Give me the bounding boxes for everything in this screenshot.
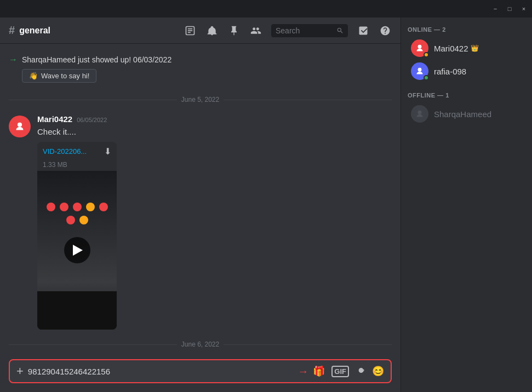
pin-icon[interactable] <box>227 24 241 37</box>
hash-icon: # <box>9 24 15 37</box>
channel-header: # general <box>0 18 401 44</box>
video-attachment[interactable]: VID-202206... ⬇ 1.33 MB <box>37 142 117 330</box>
system-message-user: SharqaHameed <box>22 55 76 64</box>
message-group: Mari0422 06/05/2022 Check it.... VID-202… <box>0 112 401 332</box>
member-avatar-sharqahameed <box>411 105 428 123</box>
crown-icon: 👑 <box>471 44 479 52</box>
input-box: + → 🎁 GIF 😊 <box>9 359 392 383</box>
gift-icon[interactable]: 🎁 <box>313 365 325 377</box>
threads-icon[interactable] <box>184 24 197 37</box>
minimize-button[interactable]: − <box>491 5 499 13</box>
system-message-text: SharqaHameed just showed up! 06/03/2022 <box>22 55 171 64</box>
sticker-icon[interactable] <box>356 365 365 378</box>
svg-point-13 <box>418 111 422 114</box>
red-arrow-icon: → <box>298 365 308 378</box>
avatar <box>9 116 31 137</box>
member-item-rafia098[interactable]: rafia-098 <box>408 60 525 82</box>
app-body: # general <box>0 18 532 392</box>
video-content <box>37 171 117 330</box>
video-thumbnail[interactable] <box>37 171 117 330</box>
help-icon[interactable] <box>379 24 392 37</box>
wave-label: Wave to say hi! <box>41 72 89 80</box>
member-item-sharqahameed[interactable]: SharqaHameed <box>408 103 525 125</box>
search-input[interactable] <box>276 26 333 35</box>
message-header: Mari0422 06/05/2022 <box>37 114 392 124</box>
gif-button[interactable]: GIF <box>331 366 349 377</box>
date-june5: June 5, 2022 <box>181 96 219 103</box>
add-button[interactable]: + <box>16 365 24 377</box>
members-icon[interactable] <box>249 24 262 37</box>
svg-point-9 <box>418 45 422 49</box>
member-name-rafia098: rafia-098 <box>434 67 466 76</box>
close-button[interactable]: × <box>520 5 528 13</box>
message-content: Mari0422 06/05/2022 Check it.... VID-202… <box>37 114 392 330</box>
inbox-icon[interactable] <box>357 24 370 37</box>
input-actions: 🎁 GIF 😊 <box>313 365 384 378</box>
content-wrapper: # general <box>0 18 401 392</box>
title-bar: − □ × <box>0 0 532 18</box>
messages-area: → SharqaHameed just showed up! 06/03/202… <box>0 44 401 359</box>
bell-icon[interactable] <box>205 24 219 37</box>
attachment-size: 1.33 MB <box>37 161 117 171</box>
svg-point-5 <box>18 123 22 127</box>
date-divider-june6: June 6, 2022 <box>0 332 401 357</box>
svg-point-11 <box>418 68 422 72</box>
offline-section: OFFLINE — 1 SharqaHameed <box>408 92 525 126</box>
wave-button[interactable]: 👋 Wave to say hi! <box>22 69 96 83</box>
system-message: → SharqaHameed just showed up! 06/03/202… <box>0 53 401 67</box>
member-item-mari0422[interactable]: Mari0422 👑 <box>408 37 525 59</box>
message-text: Check it.... <box>37 126 392 137</box>
attachment-header: VID-202206... ⬇ <box>37 142 117 161</box>
channel-name: general <box>19 26 50 36</box>
date-divider-june5: June 5, 2022 <box>0 87 401 112</box>
channel-name-area: # general <box>9 24 177 37</box>
message-author: Mari0422 <box>37 114 72 124</box>
date-june6: June 6, 2022 <box>181 341 219 348</box>
message-input[interactable] <box>28 367 293 376</box>
avatar-inner <box>10 117 30 136</box>
arrow-icon: → <box>9 55 18 65</box>
play-triangle-icon <box>73 245 83 256</box>
members-sidebar: ONLINE — 2 Mari0422 👑 rafia-098 OFFLINE … <box>401 18 532 392</box>
maximize-button[interactable]: □ <box>506 5 513 13</box>
wave-emoji: 👋 <box>29 72 38 80</box>
online-section-label: ONLINE — 2 <box>408 26 525 33</box>
message-time: 06/05/2022 <box>77 117 107 123</box>
member-avatar-rafia098 <box>411 62 428 80</box>
header-actions <box>184 24 392 37</box>
input-area: + → 🎁 GIF 😊 <box>0 359 401 392</box>
member-name-sharqahameed: SharqaHameed <box>434 109 491 119</box>
status-dot-rafia098 <box>424 75 429 80</box>
attachment-filename: VID-202206... <box>43 147 87 155</box>
offline-section-label: OFFLINE — 1 <box>408 92 525 99</box>
member-avatar-mari0422 <box>411 39 428 57</box>
emoji-icon[interactable]: 😊 <box>372 365 384 377</box>
play-button[interactable] <box>64 237 90 263</box>
status-dot-mari0422 <box>424 52 429 57</box>
member-name-mari0422: Mari0422 👑 <box>434 44 479 53</box>
search-box[interactable] <box>271 24 348 37</box>
download-icon[interactable]: ⬇ <box>104 146 111 157</box>
